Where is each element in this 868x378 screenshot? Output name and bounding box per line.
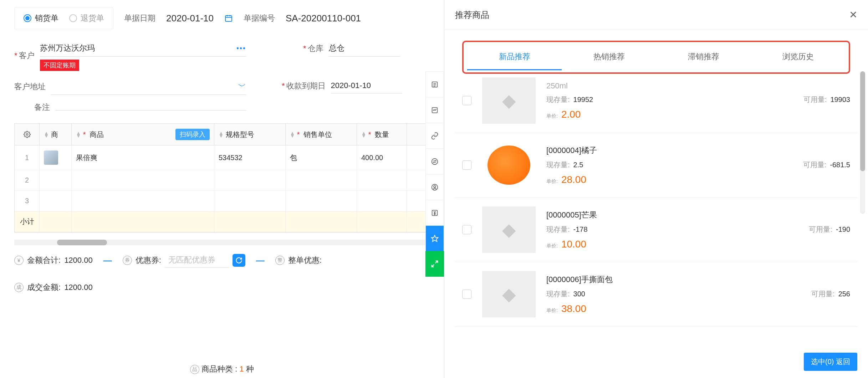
checkbox[interactable]	[462, 225, 471, 234]
tab-history[interactable]: 浏览历史	[751, 44, 845, 70]
remark-input[interactable]	[55, 104, 246, 111]
checkbox[interactable]	[462, 160, 471, 170]
warehouse-group: *仓库 总仓	[303, 40, 400, 57]
sort-icon: ▲▼	[76, 132, 81, 137]
doc-date-label: 单据日期	[124, 13, 155, 24]
checkbox[interactable]	[462, 290, 471, 299]
remark-label: 备注	[34, 102, 50, 113]
form-row-3: 备注	[0, 98, 444, 116]
close-icon[interactable]: ✕	[849, 9, 857, 21]
yen-icon: ¥	[14, 256, 24, 265]
address-input[interactable]: ﹀	[51, 78, 246, 95]
tab-hot[interactable]: 热销推荐	[562, 44, 656, 70]
sort-icon: ▲▼	[290, 132, 295, 137]
product-image-orange	[487, 145, 530, 185]
refresh-button[interactable]	[233, 254, 245, 267]
product-name: [0000005]芒果	[546, 210, 850, 220]
svg-rect-0	[225, 16, 232, 21]
due-label: *收款到期日	[282, 81, 326, 91]
col-image[interactable]: ▲▼商	[40, 124, 72, 145]
coupon-input[interactable]: 无匹配优惠券	[165, 252, 229, 268]
product-name: [0000004]橘子	[546, 145, 850, 156]
col-qty[interactable]: ▲▼*数量	[357, 124, 407, 145]
list-item[interactable]: [0000004]橘子 现存量:2.5 可用量:-681.5 单价:28.00	[455, 133, 857, 198]
product-list: ◆ 250ml 现存量:19952 可用量:19903 单价:2.00 [000…	[455, 77, 857, 327]
svg-marker-14	[432, 235, 438, 241]
sort-icon: ▲▼	[361, 132, 366, 137]
exchange-icon	[431, 158, 439, 165]
list-icon	[431, 81, 439, 88]
remark-group: 备注	[14, 102, 246, 113]
tool-link[interactable]	[425, 123, 444, 148]
list-item[interactable]: ◆ [0000006]手撕面包 现存量:300 可用量:256 单价:38.00	[455, 262, 857, 327]
address-label: 客户地址	[14, 81, 46, 92]
scan-button[interactable]: 扫码录入	[175, 129, 210, 140]
cell-spec[interactable]: 534532	[214, 145, 286, 170]
list-item[interactable]: ◆ 250ml 现存量:19952 可用量:19903 单价:2.00	[455, 77, 857, 133]
warehouse-label: *仓库	[303, 43, 323, 54]
amount-total: ¥ 金额合计: 1200.00	[14, 255, 93, 266]
tool-currency[interactable]	[425, 200, 444, 225]
tab-new[interactable]: 新品推荐	[467, 44, 562, 70]
scroll-thumb[interactable]	[57, 240, 107, 245]
cell-product[interactable]: 果倍爽	[72, 145, 214, 170]
select-return-button[interactable]: 选中(0) 返回	[804, 353, 857, 371]
calendar-icon[interactable]	[224, 14, 233, 22]
table-row[interactable]: 3	[15, 191, 429, 211]
kinds-icon: 品	[190, 365, 199, 374]
tool-exchange[interactable]	[425, 148, 444, 174]
form-row-2: 客户地址 ﹀ *收款到期日 2020-01-10	[0, 75, 444, 98]
star-icon	[431, 235, 439, 242]
customer-input[interactable]: 苏州万达沃尔玛 •••	[40, 40, 246, 57]
horizontal-scrollbar[interactable]	[14, 240, 430, 245]
row-number: 1	[15, 145, 40, 170]
radio-sales-order[interactable]: 销货单	[24, 13, 58, 24]
vertical-scrollbar[interactable]	[860, 71, 865, 214]
subtotal-row: 小计	[15, 211, 429, 232]
sort-icon: ▲▼	[219, 132, 224, 137]
totals-row-1: ¥ 金额合计: 1200.00 — 券 优惠券: 无匹配优惠券 — 整 整单优惠…	[0, 245, 444, 275]
checkbox[interactable]	[462, 96, 471, 105]
tool-list[interactable]	[425, 71, 444, 97]
radio-icon	[24, 14, 31, 22]
panel-header: 推荐商品 ✕	[444, 0, 868, 30]
table-row[interactable]: 2	[15, 170, 429, 191]
col-product[interactable]: ▲▼*商品扫码录入	[72, 124, 214, 145]
link-icon	[431, 132, 439, 140]
table-row[interactable]: 1 果倍爽 534532 包 400.00	[15, 145, 429, 170]
doc-date-value[interactable]: 2020-01-10	[166, 13, 214, 24]
cell-qty[interactable]: 400.00	[357, 145, 407, 170]
tool-favorite[interactable]	[425, 225, 444, 251]
tool-person[interactable]	[425, 174, 444, 200]
warehouse-input[interactable]: 总仓	[329, 40, 400, 57]
chevron-down-icon[interactable]: ﹀	[238, 81, 246, 92]
recommend-tabs: 新品推荐 热销推荐 滞销推荐 浏览历史	[462, 41, 850, 74]
product-info: [0000004]橘子 现存量:2.5 可用量:-681.5 单价:28.00	[546, 145, 850, 185]
product-name: [0000006]手撕面包	[546, 274, 850, 285]
tool-chart[interactable]	[425, 97, 444, 123]
due-input[interactable]: 2020-01-10	[331, 78, 402, 93]
footer-kinds: 品 商品种类 : 1 种	[0, 364, 444, 374]
recommend-panel: 推荐商品 ✕ 新品推荐 热销推荐 滞销推荐 浏览历史 ◆ 250ml 现存量:1…	[444, 0, 868, 378]
col-unit[interactable]: ▲▼*销售单位	[286, 124, 357, 145]
line-items-grid: ▲▼商 ▲▼*商品扫码录入 ▲▼规格型号 ▲▼*销售单位 ▲▼*数量 1 果倍爽…	[14, 123, 430, 233]
panel-footer: 选中(0) 返回	[793, 346, 868, 378]
cell-image	[40, 145, 72, 170]
tool-expand[interactable]	[425, 251, 444, 277]
customer-label: *客户	[14, 50, 35, 61]
radio-icon	[69, 14, 77, 22]
panel-title: 推荐商品	[455, 9, 489, 21]
customer-tag: 不固定账期	[40, 60, 79, 71]
doc-no-label: 单据编号	[244, 13, 275, 24]
col-spec[interactable]: ▲▼规格型号	[214, 124, 286, 145]
grid-settings[interactable]	[15, 124, 40, 145]
order-type-group: 销货单 退货单	[14, 7, 113, 29]
sales-order-form: 销货单 退货单 单据日期 2020-01-10 单据编号 SA-20200110…	[0, 0, 444, 378]
scroll-thumb[interactable]	[860, 71, 865, 171]
radio-return-order[interactable]: 退货单	[69, 13, 104, 24]
cell-unit[interactable]: 包	[286, 145, 357, 170]
product-price: 2.00	[561, 109, 581, 120]
more-icon[interactable]: •••	[236, 44, 246, 52]
tab-slow[interactable]: 滞销推荐	[656, 44, 751, 70]
list-item[interactable]: ◆ [0000005]芒果 现存量:-178 可用量:-190 单价:10.00	[455, 198, 857, 262]
